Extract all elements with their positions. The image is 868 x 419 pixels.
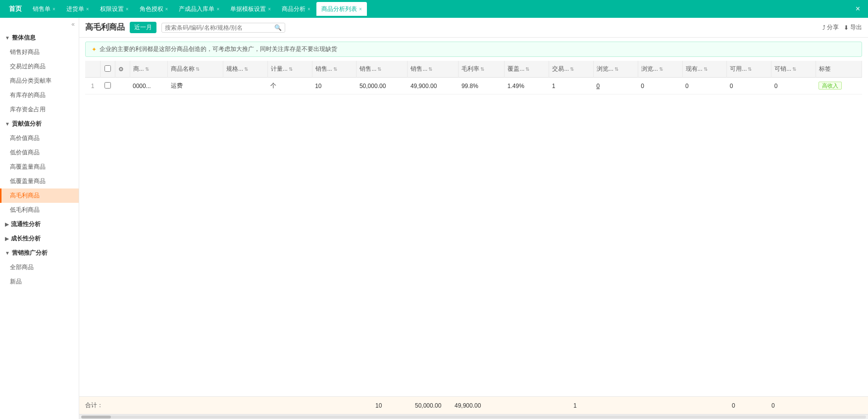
col-margin-rate: 毛利率 ⇅ [459,61,505,78]
cell-sales-qty: 10 [312,78,357,94]
share-icon: ⤴ [822,24,825,31]
sort-icon-sales-qty[interactable]: ⇅ [333,66,337,72]
close-purchase-tab[interactable]: × [86,6,89,12]
sort-icon-coverage[interactable]: ⇅ [525,66,529,72]
cell-index: 1 [85,78,100,94]
sort-icon-sales-cost[interactable]: ⇅ [428,66,432,72]
col-sales-qty: 销售... ⇅ [312,61,357,78]
tab-template[interactable]: 单据模板设置 × [225,2,276,16]
tab-analysis[interactable]: 商品分析 × [277,2,315,16]
main-layout: « ▼ 整体信息 销售好商品 交易过的商品 商品分类贡献率 有库存的商品 库存资… [0,18,868,419]
sidebar-item-new-goods[interactable]: 新品 [0,275,79,289]
sort-icon-views1[interactable]: ⇅ [614,66,618,72]
sort-icon-sellable[interactable]: ⇅ [792,66,796,72]
sort-icon-available[interactable]: ⇅ [748,66,752,72]
sort-icon-margin[interactable]: ⇅ [480,66,484,72]
settings-icon: ⚙ [118,66,124,73]
sort-icon-views2[interactable]: ⇅ [659,66,663,72]
sidebar-item-all-goods[interactable]: 全部商品 [0,260,79,275]
tab-stock-in[interactable]: 产成品入库单 × [174,2,224,16]
sort-icon-unit[interactable]: ⇅ [289,66,293,72]
tab-permission[interactable]: 权限设置 × [95,2,134,16]
close-permission-tab[interactable]: × [126,6,129,12]
share-button[interactable]: ⤴ 分享 [822,23,839,32]
col-checkbox [100,61,115,78]
footer-transactions: 1 [570,402,610,409]
tab-home[interactable]: 首页 [4,2,27,16]
tab-purchase[interactable]: 进货单 × [61,2,94,16]
info-banner: ✦ 企业的主要的利润都是这部分商品创造的，可考虑加大推广，同时关注库存是不要出现… [85,42,862,57]
header-actions: ⤴ 分享 ⬇ 导出 [822,23,862,32]
sidebar-item-capital-occupation[interactable]: 库存资金占用 [0,102,79,117]
sidebar-item-low-value[interactable]: 低价值商品 [0,145,79,160]
info-icon: ✦ [92,46,97,53]
tab-role[interactable]: 角色授权 × [135,2,173,16]
cell-checkbox[interactable] [100,78,115,94]
arrow-down-icon: ▼ [5,35,10,41]
sidebar-collapse-button[interactable]: « [0,18,79,31]
close-template-tab[interactable]: × [268,6,271,12]
select-all-checkbox[interactable] [104,65,111,72]
table-body: 1 0000... 运费 个 10 50,000.00 49,900.00 99… [85,78,862,94]
sidebar-group-growth[interactable]: ▶ 成长性分析 [0,232,79,246]
close-stock-in-tab[interactable]: × [216,6,219,12]
search-input[interactable] [165,24,272,31]
sidebar-item-high-margin[interactable]: 高毛利商品 [0,188,79,203]
sidebar-group-overall[interactable]: ▼ 整体信息 [0,31,79,45]
footer-sales-qty: 10 [372,402,412,409]
arrow-down-icon-2: ▼ [5,121,10,127]
scrollbar-thumb[interactable] [81,416,111,419]
footer-label: 合计： [85,401,115,410]
sidebar-item-low-freq[interactable]: 低覆盖量商品 [0,174,79,188]
sort-icon-code[interactable]: ⇅ [145,66,149,72]
export-button[interactable]: ⬇ 导出 [844,23,862,32]
horizontal-scrollbar[interactable] [79,414,868,419]
tab-analysis-list[interactable]: 商品分析列表 × [316,2,367,16]
col-settings[interactable]: ⚙ [115,61,130,78]
search-icon: 🔍 [274,24,282,31]
sidebar-item-high-freq[interactable]: 高覆盖量商品 [0,160,79,174]
cell-margin-rate: 99.8% [459,78,505,94]
arrow-down-icon-3: ▼ [5,250,10,256]
content-area: 高毛利商品 近一月 🔍 ⤴ 分享 ⬇ 导出 ✦ 企业的主要的利润都是这部分商品创… [79,18,868,419]
sidebar: « ▼ 整体信息 销售好商品 交易过的商品 商品分类贡献率 有库存的商品 库存资… [0,18,79,419]
close-window-button[interactable]: × [852,4,864,13]
sidebar-group-profitability[interactable]: ▼ 贡献值分析 [0,117,79,131]
close-analysis-tab[interactable]: × [307,6,310,12]
cell-sales-cost: 49,900.00 [408,78,459,94]
sidebar-item-high-value[interactable]: 高价值商品 [0,131,79,145]
export-icon: ⬇ [844,24,849,31]
footer-total-bar: 合计： 10 50,000.00 49,900.00 1 0 0 [79,396,868,414]
cell-sellable: 0 [771,78,816,94]
col-spec: 规格... ⇅ [223,61,268,78]
cell-views1: 0 [593,78,638,94]
sort-icon-spec[interactable]: ⇅ [244,66,248,72]
sidebar-item-traded-goods[interactable]: 交易过的商品 [0,59,79,74]
search-box[interactable]: 🔍 [161,23,285,33]
sidebar-item-low-margin[interactable]: 低毛利商品 [0,203,79,217]
sidebar-item-hot-goods[interactable]: 销售好商品 [0,45,79,59]
close-analysis-list-tab[interactable]: × [359,6,362,12]
table-row: 1 0000... 运费 个 10 50,000.00 49,900.00 99… [85,78,862,94]
sort-icon-transactions[interactable]: ⇅ [570,66,574,72]
sidebar-item-contribution-rate[interactable]: 商品分类贡献率 [0,74,79,88]
sidebar-group-marketing[interactable]: ▼ 营销推广分析 [0,246,79,260]
footer-sellable: 0 [768,402,808,409]
cell-sales-amount: 50,000.00 [357,78,408,94]
close-role-tab[interactable]: × [165,6,168,12]
col-available: 可用... ⇅ [727,61,771,78]
sort-icon-name[interactable]: ⇅ [196,66,200,72]
filter-recent-month-button[interactable]: 近一月 [130,22,156,33]
sort-icon-stock[interactable]: ⇅ [704,66,708,72]
col-sales-amount: 销售... ⇅ [357,61,408,78]
sort-icon-sales-amount[interactable]: ⇅ [377,66,381,72]
content-header: 高毛利商品 近一月 🔍 ⤴ 分享 ⬇ 导出 [79,18,868,38]
tab-sales[interactable]: 销售单 × [28,2,60,16]
cell-available: 0 [727,78,771,94]
sidebar-group-trend[interactable]: ▶ 流通性分析 [0,217,79,232]
cell-transactions: 1 [549,78,594,94]
sidebar-item-stocked-goods[interactable]: 有库存的商品 [0,88,79,102]
close-sales-tab[interactable]: × [52,6,55,12]
cell-coverage: 1.49% [505,78,549,94]
row-checkbox[interactable] [104,82,111,89]
